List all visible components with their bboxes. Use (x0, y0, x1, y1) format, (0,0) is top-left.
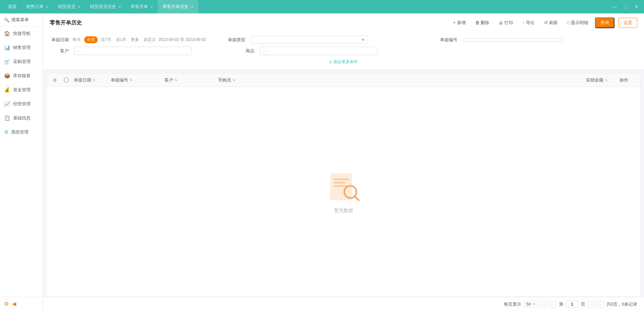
sidebar-item-sales-mgmt[interactable]: 📊 销售管理 (0, 41, 43, 55)
query-button[interactable]: 查询 (595, 17, 614, 28)
sidebar-item-purchase-mgmt-label: 采购管理 (13, 59, 31, 65)
collapse-filter-button[interactable]: ∧ 收起更多条件 (50, 58, 637, 66)
goods-filter-label: 商品 (235, 48, 257, 54)
collapse-filter-label: 收起更多条件 (334, 59, 358, 65)
home-icon: 🏠 (4, 31, 10, 37)
sidebar-search[interactable]: 🔍 搜索菜单 (0, 13, 43, 27)
tab-retail-open-history-label: 零售开单历史 (162, 4, 189, 10)
checkbox-input[interactable] (64, 78, 68, 82)
per-page-select[interactable]: 50 ▼ (524, 301, 538, 308)
svg-rect-1 (334, 178, 349, 180)
date-btn-yesterday[interactable]: 昨天 (71, 36, 82, 43)
th-num[interactable]: 单据编号 ⇅ (108, 77, 162, 83)
page-header: 零售开单历史 + 新增 🗑 删除 🖨 打印 ↑ 导出 ↺ 刷新 □ 显示明细 查… (43, 13, 644, 70)
first-page-button[interactable]: « (541, 301, 548, 308)
sidebar-item-basic-info[interactable]: 📋 基础信息 (0, 111, 43, 125)
table-header: ⚙ 单据日期 ⇅ 单据编号 ⇅ 客户 ⇅ (47, 73, 640, 87)
close-button[interactable]: ✕ (633, 3, 641, 10)
sidebar-item-operations[interactable]: 📈 经营管理 (0, 97, 43, 111)
th-guide[interactable]: 导购员 ⇅ (215, 77, 249, 83)
dropdown-icon: ▼ (361, 37, 365, 42)
prev-page-button[interactable]: ‹ (550, 301, 556, 308)
tab-retail-open-close[interactable]: ✕ (150, 5, 153, 9)
tab-sales-order-label: 销售订单 (26, 4, 44, 10)
pagination: 每页显示 50 ▼ « ‹ 第 页 › » 共0页，0条记录 (43, 297, 644, 311)
sidebar-item-inventory-label: 库存核算 (13, 73, 31, 79)
th-customer-label: 客户 (164, 77, 173, 83)
page-label: 第 (559, 301, 563, 307)
filter-area: 单据日期 昨天 今天 近7天 近1月 更多 自定义 2023-06-02 至 2… (50, 32, 637, 69)
page-header-top: 零售开单历史 + 新增 🗑 删除 🖨 打印 ↑ 导出 ↺ 刷新 □ 显示明细 查… (50, 17, 637, 28)
tab-retail-open[interactable]: 零售开单 ✕ (126, 0, 158, 13)
th-num-label: 单据编号 (111, 77, 128, 83)
tab-sales-return-close[interactable]: ✕ (78, 5, 81, 9)
last-page-button[interactable]: » (597, 301, 604, 308)
tab-home[interactable]: 首页 (3, 0, 21, 13)
date-btn-last1month[interactable]: 近1月 (115, 36, 128, 43)
main-layout: 🔍 搜索菜单 🏠 快捷导航 📊 销售管理 🛒 采购管理 📦 库存核算 💰 资金管… (0, 13, 644, 311)
tab-retail-open-history-close[interactable]: ✕ (191, 5, 194, 9)
add-button[interactable]: + 新增 (450, 18, 468, 27)
doc-num-section: 单据编号 (425, 37, 637, 43)
tab-sales-order[interactable]: 销售订单 ✕ (21, 0, 53, 13)
doc-type-select[interactable]: ▼ (251, 36, 368, 44)
column-settings-icon[interactable]: ⚙ (50, 77, 60, 83)
minimize-button[interactable]: — (610, 3, 619, 10)
goods-section: 商品 ··· (192, 47, 637, 55)
svg-point-6 (347, 188, 351, 193)
date-btn-last7[interactable]: 近7天 (100, 36, 113, 43)
sidebar-item-inventory[interactable]: 📦 库存核算 (0, 69, 43, 83)
system-mgmt-icon: ⚙ (4, 129, 8, 135)
maximize-button[interactable]: □ (623, 3, 629, 10)
purchase-icon: 🛒 (4, 59, 10, 65)
export-button[interactable]: ↑ 导出 (520, 18, 537, 27)
sidebar-item-system-mgmt[interactable]: ⚙ 系统管理 (0, 125, 43, 139)
select-all-checkbox[interactable] (61, 78, 71, 82)
refresh-button[interactable]: ↺ 刷新 (541, 18, 560, 27)
date-range-display: 2023-06-02 至 2023-06-02 (158, 37, 206, 43)
sidebar-item-finance[interactable]: 💰 资金管理 (0, 83, 43, 97)
table-container: ⚙ 单据日期 ⇅ 单据编号 ⇅ 客户 ⇅ (46, 73, 641, 297)
date-btn-custom[interactable]: 自定义 (142, 36, 157, 43)
tab-sales-return-history[interactable]: 销货退货历史 ✕ (85, 0, 126, 13)
svg-rect-2 (334, 182, 345, 184)
search-icon: 🔍 (4, 17, 9, 22)
th-customer[interactable]: 客户 ⇅ (162, 77, 215, 83)
sidebar-item-quick-nav[interactable]: 🏠 快捷导航 (0, 27, 43, 41)
tab-sales-return-history-label: 销货退货历史 (90, 4, 116, 10)
finance-icon: 💰 (4, 87, 10, 93)
sort-guide-icon: ⇅ (233, 78, 235, 82)
date-shortcuts: 昨天 今天 近7天 近1月 更多 自定义 (71, 36, 157, 43)
th-amount[interactable]: 实销金额 ⇅ (583, 77, 617, 83)
goods-input[interactable]: ··· (260, 47, 377, 55)
next-page-button[interactable]: › (588, 301, 594, 308)
th-date[interactable]: 单据日期 ⇅ (71, 77, 108, 83)
tab-sales-return-history-close[interactable]: ✕ (118, 5, 121, 9)
sidebar-item-quick-nav-label: 快捷导航 (13, 31, 31, 37)
delete-button[interactable]: 🗑 删除 (473, 18, 492, 27)
print-button[interactable]: 🖨 打印 (496, 18, 516, 27)
tab-sales-return[interactable]: 销货退货 ✕ (53, 0, 85, 13)
date-btn-more[interactable]: 更多 (130, 36, 140, 43)
display-detail-button[interactable]: □ 显示明细 (564, 18, 591, 27)
sort-customer-icon: ⇅ (175, 78, 177, 82)
doc-num-input[interactable] (463, 38, 563, 42)
settings-icon[interactable]: ⚙ (4, 301, 9, 307)
filter-row-date: 单据日期 昨天 今天 近7天 近1月 更多 自定义 2023-06-02 至 2… (50, 36, 637, 44)
sidebar-item-sales-mgmt-label: 销售管理 (13, 45, 31, 51)
page-input[interactable] (566, 301, 578, 308)
tab-retail-open-history[interactable]: 零售开单历史 ✕ (158, 0, 198, 13)
sidebar-item-basic-info-label: 基础信息 (13, 115, 31, 121)
tab-sales-order-close[interactable]: ✕ (46, 5, 49, 9)
sidebar-item-system-mgmt-label: 系统管理 (11, 129, 29, 135)
doc-type-section: 单据类型 ▼ (206, 36, 425, 44)
toolbar: + 新增 🗑 删除 🖨 打印 ↑ 导出 ↺ 刷新 □ 显示明细 查询 设置 (450, 17, 637, 28)
customer-input[interactable]: ··· (74, 47, 192, 55)
settings-button[interactable]: 设置 (618, 18, 637, 28)
collapse-up-icon: ∧ (329, 60, 332, 64)
sort-num-icon: ⇅ (130, 78, 132, 82)
date-btn-today[interactable]: 今天 (84, 36, 98, 43)
sales-icon: 📊 (4, 45, 10, 51)
sidebar-item-purchase-mgmt[interactable]: 🛒 采购管理 (0, 55, 43, 69)
collapse-sidebar-icon[interactable]: ◀ (12, 301, 16, 307)
